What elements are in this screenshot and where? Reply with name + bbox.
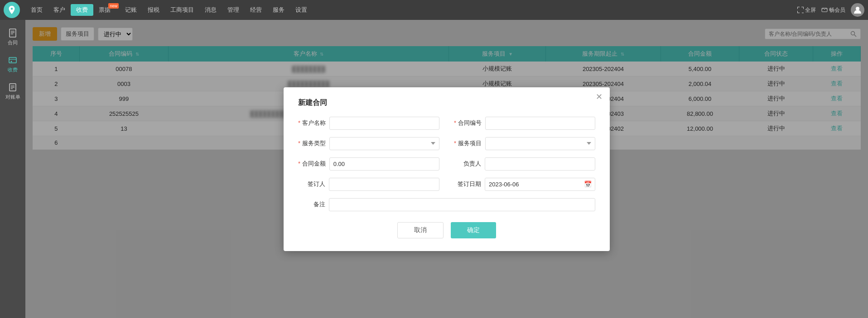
fee-icon [8, 55, 18, 65]
responsible-row: 负责人 [454, 157, 595, 171]
nav-account[interactable]: 记账 [120, 4, 142, 16]
customer-name-input[interactable] [329, 117, 439, 130]
nav-manage[interactable]: 管理 [222, 4, 245, 16]
sign-date-label: 签订日期 [454, 180, 481, 188]
new-contract-modal: ✕ 新建合同 客户名称 合同编号 服务类型 [284, 87, 610, 251]
modal-title: 新建合同 [298, 98, 595, 108]
top-nav: 首页 客户 收费 票据 new 记账 报税 工商项目 消息 管理 经营 服务 设… [0, 0, 868, 20]
calendar-icon[interactable]: 📅 [584, 180, 592, 188]
contract-code-row: 合同编号 [454, 117, 595, 130]
responsible-input[interactable] [485, 157, 595, 171]
nav-tax[interactable]: 报税 [142, 4, 165, 16]
sign-date-row: 签订日期 📅 [454, 178, 595, 191]
nav-service[interactable]: 服务 [267, 4, 290, 16]
fullscreen-button[interactable]: 全屏 [797, 6, 816, 14]
content-area: 新增 服务项目 进行中 已完成 已取消 序号 合同编码 ⇅ [25, 20, 868, 318]
form-grid: 客户名称 合同编号 服务类型 服务项目 [298, 117, 595, 191]
contract-code-label: 合同编号 [454, 119, 482, 127]
modal-overlay: ✕ 新建合同 客户名称 合同编号 服务类型 [25, 20, 868, 318]
service-type-select[interactable] [329, 137, 439, 150]
nav-settings[interactable]: 设置 [290, 4, 313, 16]
app-logo[interactable] [4, 2, 20, 18]
sidebar: 合同 收费 对账单 [0, 20, 25, 318]
nav-bill[interactable]: 票据 new [93, 4, 120, 16]
remark-input[interactable] [329, 198, 595, 211]
contract-amount-row: 合同金额 [298, 157, 439, 171]
nav-right: 全屏 畅会员 [797, 3, 864, 17]
new-badge: new [108, 3, 119, 9]
confirm-button[interactable]: 确定 [451, 222, 496, 238]
user-avatar[interactable] [851, 3, 864, 17]
service-item-row: 服务项目 [454, 137, 595, 150]
svg-point-8 [11, 61, 12, 62]
sign-date-wrapper: 📅 [485, 178, 595, 191]
contract-amount-input[interactable] [329, 157, 439, 171]
nav-message[interactable]: 消息 [199, 4, 222, 16]
contract-code-input[interactable] [485, 117, 595, 130]
vip-button[interactable]: 畅会员 [821, 6, 845, 14]
cancel-button[interactable]: 取消 [397, 222, 444, 238]
nav-fee[interactable]: 收费 [71, 4, 93, 16]
sidebar-item-statement[interactable]: 对账单 [0, 78, 25, 105]
signer-label: 签订人 [298, 180, 325, 188]
sidebar-item-fee[interactable]: 收费 [0, 51, 25, 78]
service-item-label: 服务项目 [454, 139, 482, 147]
nav-items: 首页 客户 收费 票据 new 记账 报税 工商项目 消息 管理 经营 服务 设… [25, 4, 797, 16]
service-type-label: 服务类型 [298, 139, 326, 147]
sidebar-item-contract[interactable]: 合同 [0, 24, 25, 51]
remark-row: 备注 [298, 198, 595, 211]
service-type-row: 服务类型 [298, 137, 439, 150]
customer-name-label: 客户名称 [298, 119, 326, 127]
svg-rect-6 [9, 57, 16, 63]
contract-amount-label: 合同金额 [298, 160, 326, 168]
modal-footer: 取消 确定 [298, 222, 595, 238]
nav-home[interactable]: 首页 [25, 4, 48, 16]
main-area: 合同 收费 对账单 新增 服务项目 进行中 已完成 已取消 [0, 20, 868, 318]
nav-bizproject[interactable]: 工商项目 [165, 4, 199, 16]
remark-label: 备注 [298, 200, 325, 209]
responsible-label: 负责人 [454, 160, 481, 168]
signer-input[interactable] [329, 178, 439, 191]
signer-row: 签订人 [298, 178, 439, 191]
service-item-select[interactable] [485, 137, 595, 150]
sign-date-input[interactable] [485, 178, 595, 191]
nav-operation[interactable]: 经营 [245, 4, 267, 16]
nav-customer[interactable]: 客户 [48, 4, 71, 16]
contract-icon [8, 28, 18, 38]
customer-name-row: 客户名称 [298, 117, 439, 130]
statement-icon [8, 82, 18, 92]
svg-rect-2 [10, 29, 16, 37]
close-icon[interactable]: ✕ [596, 93, 603, 101]
svg-point-1 [856, 7, 859, 10]
